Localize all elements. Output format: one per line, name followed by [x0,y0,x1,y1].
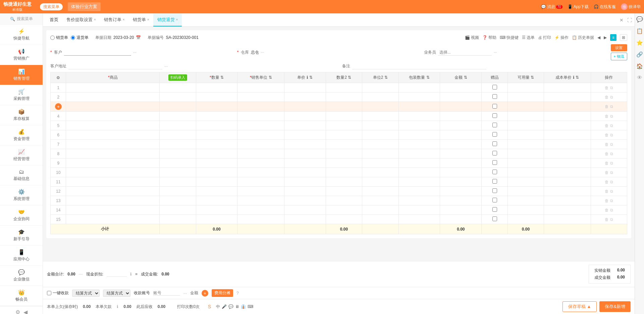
copy-row-icon[interactable]: ⧉ [610,85,613,90]
unit-cell[interactable] [237,102,284,112]
price-cell[interactable] [284,177,326,187]
delete-row-icon[interactable]: 🗑 [605,170,609,175]
sidebar-item-inventory[interactable]: 📦 库存核算 [0,105,43,125]
select-btn[interactable]: ☰ 选单 [522,35,535,41]
qty2-cell[interactable] [326,112,362,121]
qty-cell[interactable] [196,130,237,140]
unit-cell[interactable] [237,92,284,102]
qty-cell[interactable] [196,187,237,196]
unit-cell[interactable] [237,205,284,215]
save-new-button[interactable]: 保存&新增 [599,301,631,312]
qty2-cell[interactable] [326,168,362,177]
copy-row-icon[interactable]: ⧉ [610,170,613,175]
tab-order-close[interactable]: × [123,18,125,21]
delete-row-icon[interactable]: 🗑 [605,85,609,90]
one-key-checkbox-label[interactable]: 一键收款 [47,290,69,296]
qty2-cell[interactable] [326,159,362,168]
unit-cell[interactable] [237,83,284,92]
qty-cell[interactable] [196,121,237,130]
gift-checkbox[interactable] [492,151,497,155]
radio-sale[interactable]: 销货单 [50,35,68,41]
gift-checkbox[interactable] [492,188,497,193]
copy-row-icon[interactable]: ⧉ [610,180,613,184]
address-dots[interactable]: ··· [164,64,168,69]
product-cell[interactable] [66,130,160,140]
unit2-cell[interactable] [362,121,398,130]
unit2-cell[interactable] [362,112,398,121]
sidebar-item-system[interactable]: ⚙️ 系统管理 [0,185,43,205]
settings-bottom-icon[interactable]: ⚙ [15,309,20,314]
gift-cell[interactable] [482,83,507,92]
qty2-cell[interactable] [326,196,362,205]
gift-cell[interactable] [482,92,507,102]
unit2-cell[interactable] [362,102,398,112]
unit2-cell[interactable] [362,130,398,140]
product-cell[interactable] [66,140,160,149]
copy-row-icon[interactable]: ⧉ [610,208,613,212]
b-icon-1[interactable]: 中 [216,304,220,310]
gift-checkbox[interactable] [492,141,497,146]
qty-cell[interactable] [196,159,237,168]
qty2-cell[interactable] [326,83,362,92]
unit-cell[interactable] [237,187,284,196]
amount-cell[interactable] [440,159,482,168]
unit-cell[interactable] [237,168,284,177]
sidebar-item-operation[interactable]: 📈 经营管理 [0,145,43,166]
add-amount-btn[interactable]: + [202,290,208,297]
delete-row-icon[interactable]: 🗑 [605,104,609,109]
product-cell[interactable] [66,177,160,187]
pkg-qty-cell[interactable] [398,168,440,177]
calendar-icon[interactable]: 📅 [136,35,141,40]
gift-checkbox[interactable] [492,132,497,137]
amount-cell[interactable] [440,140,482,149]
pkg-qty-cell[interactable] [398,140,440,149]
print-btn[interactable]: 🖨 打印 [538,35,551,41]
nav-prev[interactable]: ◀ [597,35,600,40]
unit2-cell[interactable] [362,83,398,92]
delete-row-icon[interactable]: 🗑 [605,198,609,203]
product-cell[interactable] [66,112,160,121]
qty-cell[interactable] [196,112,237,121]
qty2-cell[interactable] [326,215,362,224]
gift-checkbox[interactable] [492,160,497,165]
customer-input[interactable] [64,49,131,56]
product-cell[interactable] [66,196,160,205]
delete-row-icon[interactable]: 🗑 [605,217,609,222]
amount-cell[interactable] [440,83,482,92]
gift-checkbox[interactable] [492,123,497,127]
unit2-cell[interactable] [362,159,398,168]
qty-cell[interactable] [196,140,237,149]
amount-cell[interactable] [440,102,482,112]
unit2-cell[interactable] [362,196,398,205]
product-cell[interactable] [66,205,160,215]
pkg-qty-cell[interactable] [398,112,440,121]
view-grid-btn[interactable]: ⊞ [620,34,627,41]
price-cell[interactable] [284,205,326,215]
gift-cell[interactable] [482,215,507,224]
history-btn[interactable]: 📋 历史单据 [572,35,594,41]
unit-cell[interactable] [237,149,284,159]
product-cell[interactable] [66,159,160,168]
unit-cell[interactable] [237,215,284,224]
unit-cell[interactable] [237,140,284,149]
price-cell[interactable] [284,102,326,112]
b-icon-6[interactable]: ⌨ [248,304,253,309]
pkg-qty-cell[interactable] [398,215,440,224]
staff-dots[interactable]: ··· [494,50,497,55]
gift-cell[interactable] [482,177,507,187]
copy-row-icon[interactable]: ⧉ [610,198,613,203]
rp-icon-3[interactable]: ⭐ [636,40,643,46]
qty-cell[interactable] [196,196,237,205]
amount-cell[interactable] [440,92,482,102]
sidebar-item-enterprise[interactable]: 🤝 企业协同 [0,205,43,226]
copy-row-icon[interactable]: ⧉ [610,161,613,166]
qty2-cell[interactable] [326,121,362,130]
pkg-qty-cell[interactable] [398,83,440,92]
qty2-cell[interactable] [326,140,362,149]
gift-cell[interactable] [482,112,507,121]
gift-checkbox[interactable] [492,207,497,212]
add-logistics-button[interactable]: + 物流 [611,53,627,60]
sidebar-item-member[interactable]: 👑 畅会员 [0,286,43,306]
delete-row-icon[interactable]: 🗑 [605,189,609,194]
amount-cell[interactable] [440,149,482,159]
